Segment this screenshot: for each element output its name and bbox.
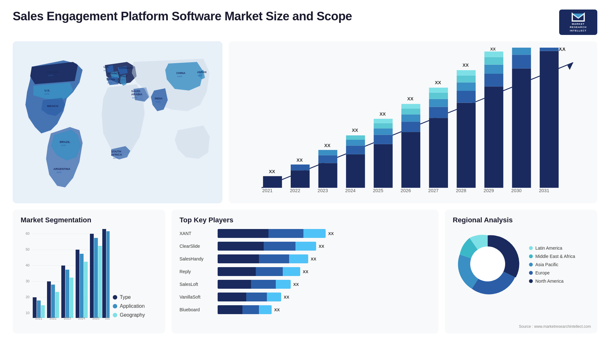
svg-text:GERMANY: GERMANY <box>119 66 134 70</box>
svg-rect-58 <box>401 122 420 132</box>
svg-text:60: 60 <box>26 232 30 235</box>
bar-chart-section: XX XX XX XX <box>229 41 597 203</box>
svg-text:40: 40 <box>26 263 30 267</box>
svg-text:xx%: xx% <box>107 81 112 84</box>
svg-text:xx%: xx% <box>104 69 108 72</box>
player-xx-vanillasoft: XX <box>284 295 289 300</box>
svg-rect-112 <box>37 300 41 318</box>
svg-text:JAPAN: JAPAN <box>197 71 207 74</box>
svg-text:2022: 2022 <box>50 317 57 320</box>
svg-text:ARGENTINA: ARGENTINA <box>53 167 71 171</box>
svg-text:20: 20 <box>26 295 30 299</box>
key-players-section: Top Key Players XANT XX ClearSlide <box>172 210 438 334</box>
svg-rect-77 <box>485 65 504 74</box>
svg-text:10: 10 <box>26 311 30 315</box>
svg-rect-37 <box>263 176 282 188</box>
svg-rect-123 <box>90 234 94 318</box>
player-xx-saleshandy: XX <box>311 257 316 261</box>
svg-text:2025: 2025 <box>92 317 100 320</box>
svg-rect-113 <box>41 305 45 318</box>
legend-application-dot <box>113 304 117 308</box>
player-xx-blueboard: XX <box>274 307 280 312</box>
legend-north-america-dot <box>529 279 533 283</box>
svg-text:ARABIA: ARABIA <box>131 93 142 96</box>
svg-rect-57 <box>401 132 420 188</box>
player-name-blueboard: Blueboard <box>180 307 214 312</box>
logo-box: MARKETRESEARCHINTELLECT <box>559 10 597 35</box>
svg-text:xx%: xx% <box>156 100 160 103</box>
legend-europe-label: Europe <box>535 270 550 275</box>
svg-rect-53 <box>374 128 393 135</box>
svg-rect-42 <box>318 163 337 188</box>
legend-asia-pacific-label: Asia Pacific <box>535 262 558 267</box>
svg-text:CHINA: CHINA <box>176 71 186 75</box>
svg-rect-83 <box>512 48 531 55</box>
legend-europe-dot <box>529 271 533 275</box>
svg-rect-82 <box>512 55 531 68</box>
svg-rect-54 <box>374 123 393 129</box>
segmentation-chart: 60 50 40 30 20 10 <box>21 229 110 324</box>
svg-rect-59 <box>401 114 420 122</box>
svg-text:SPAIN: SPAIN <box>106 78 115 81</box>
svg-text:XX: XX <box>269 169 275 174</box>
player-name-xant: XANT <box>180 231 214 236</box>
page-title: Sales Engagement Platform Software Marke… <box>13 10 352 23</box>
svg-text:CANADA: CANADA <box>46 71 58 74</box>
svg-rect-71 <box>457 82 476 91</box>
svg-text:2024: 2024 <box>78 317 85 320</box>
svg-rect-39 <box>291 170 310 188</box>
logo-text: MARKETRESEARCHINTELLECT <box>570 23 587 32</box>
svg-rect-79 <box>485 51 504 57</box>
page-container: Sales Engagement Platform Software Marke… <box>0 0 610 364</box>
segmentation-legend: Type Application Geography <box>113 294 145 324</box>
svg-text:U.S.: U.S. <box>44 89 50 92</box>
svg-rect-49 <box>346 135 365 140</box>
list-item: Reply XX <box>180 267 430 276</box>
svg-text:SOUTH: SOUTH <box>111 150 121 153</box>
legend-type-dot <box>113 295 117 300</box>
svg-text:2022: 2022 <box>290 188 300 193</box>
legend-latin-america-label: Latin America <box>535 246 562 251</box>
svg-rect-69 <box>457 103 476 188</box>
svg-rect-72 <box>457 75 476 82</box>
svg-rect-117 <box>61 266 65 318</box>
svg-text:xx%: xx% <box>121 70 126 73</box>
regional-title: Regional Analysis <box>453 216 589 224</box>
svg-text:2026: 2026 <box>401 188 411 193</box>
list-item: XANT XX <box>180 229 430 238</box>
svg-text:xx%: xx% <box>57 171 61 174</box>
player-bar-xant: XX <box>218 229 430 238</box>
svg-text:XX: XX <box>435 80 441 85</box>
svg-rect-55 <box>374 119 393 123</box>
svg-point-135 <box>470 246 505 281</box>
world-map: CANADA xx% U.S. xx% MEXICO xx% BRAZIL xx… <box>13 41 222 203</box>
bar-chart: XX XX XX XX <box>238 48 588 197</box>
legend-asia-pacific: Asia Pacific <box>529 262 575 267</box>
svg-text:2026: 2026 <box>105 317 110 320</box>
player-name-saleshandy: SalesHandy <box>180 256 214 261</box>
svg-rect-76 <box>485 74 504 86</box>
svg-rect-111 <box>33 297 37 318</box>
legend-type-label: Type <box>120 294 131 300</box>
legend-europe: Europe <box>529 270 575 275</box>
svg-text:XX: XX <box>352 128 358 133</box>
svg-rect-65 <box>429 99 448 107</box>
svg-rect-124 <box>94 238 98 318</box>
legend-asia-pacific-dot <box>529 263 533 266</box>
player-bar-clearslide: XX <box>218 242 430 251</box>
player-bar-saleshandy: XX <box>218 254 430 263</box>
legend-type: Type <box>113 294 145 300</box>
source-text: Source : www.marketresearchintellect.com <box>519 324 591 329</box>
donut-chart <box>453 229 523 300</box>
legend-north-america-label: North America <box>535 279 564 284</box>
legend-latin-america: Latin America <box>529 246 575 251</box>
svg-rect-127 <box>106 231 110 318</box>
player-bar-vanillasoft: XX <box>218 293 430 301</box>
player-bar-reply: XX <box>218 267 430 276</box>
player-xx-clearslide: XX <box>319 244 324 249</box>
svg-text:2028: 2028 <box>456 188 466 193</box>
svg-rect-73 <box>457 70 476 76</box>
regional-container: Latin America Middle East & Africa Asia … <box>453 229 589 300</box>
svg-text:xx%: xx% <box>44 92 49 95</box>
svg-text:XX: XX <box>463 63 469 68</box>
